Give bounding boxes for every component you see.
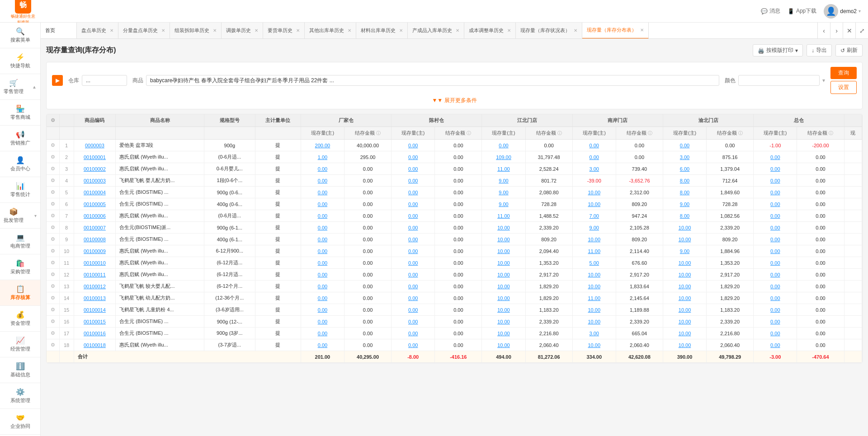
cell-jb-stock[interactable]: 10.00 bbox=[482, 257, 525, 269]
sidebar-item-enterprise-collab[interactable]: 🤝 企业协同 bbox=[0, 409, 40, 435]
cell-na-stock[interactable]: 11.00 bbox=[572, 292, 616, 304]
row-gear-icon[interactable]: ⚙ bbox=[51, 283, 55, 289]
row-gear-icon[interactable]: ⚙ bbox=[51, 319, 55, 324]
cell-f-stock[interactable]: 0.00 bbox=[301, 222, 344, 234]
cell-f-stock[interactable]: 0.00 bbox=[301, 292, 344, 304]
sidebar-item-retail-mgmt[interactable]: 🛒 零售管理 ▲ bbox=[0, 74, 40, 100]
cell-f-stock[interactable]: 0.00 bbox=[301, 304, 344, 316]
cell-na-stock[interactable]: 10.00 bbox=[572, 234, 616, 245]
tab-expand-btn[interactable]: ⤢ bbox=[855, 23, 868, 39]
cell-yb-stock[interactable]: 9.00 bbox=[663, 245, 706, 257]
cell-jb-stock[interactable]: 10.00 bbox=[482, 339, 525, 351]
cell-total-stock[interactable]: 0.00 bbox=[754, 163, 797, 175]
cell-total-stock[interactable]: 0.00 bbox=[754, 281, 797, 292]
cell-code[interactable]: 00100015 bbox=[74, 316, 116, 328]
tab-material-out-history[interactable]: 材料出库单历史 ✕ bbox=[356, 23, 408, 39]
cell-total-stock[interactable]: 0.00 bbox=[754, 187, 797, 198]
cell-c-stock[interactable]: 0.00 bbox=[392, 140, 435, 151]
cell-na-stock[interactable]: 10.00 bbox=[572, 304, 616, 316]
tab-requisition-history[interactable]: 要货单历史 ✕ bbox=[263, 23, 305, 39]
cell-code[interactable]: 00100009 bbox=[74, 245, 116, 257]
cell-total-stock[interactable]: 0.00 bbox=[754, 234, 797, 245]
tab-transfer-history[interactable]: 调拨单历史 ✕ bbox=[222, 23, 263, 39]
cell-yb-stock[interactable]: 8.00 bbox=[663, 210, 706, 222]
cell-yb-stock[interactable]: 10.00 bbox=[663, 269, 706, 281]
cell-total-stock[interactable]: 0.00 bbox=[754, 175, 797, 187]
cell-code[interactable]: 00100002 bbox=[74, 163, 116, 175]
cell-settings[interactable]: ⚙ bbox=[47, 175, 59, 187]
sidebar-item-marketing[interactable]: 📢 营销推广 bbox=[0, 126, 40, 151]
cell-total-stock[interactable]: 0.00 bbox=[754, 304, 797, 316]
sidebar-item-retail-stat[interactable]: 📊 零售统计 bbox=[0, 177, 40, 203]
product-input[interactable] bbox=[146, 75, 719, 86]
cell-f-stock[interactable]: 0.00 bbox=[301, 257, 344, 269]
tab-close-other-out[interactable]: ✕ bbox=[348, 28, 351, 33]
tab-stock-distribution[interactable]: 现存量（库存分布表） ✕ bbox=[582, 23, 649, 39]
cell-code[interactable]: 00100007 bbox=[74, 222, 116, 234]
cell-c-stock[interactable]: 0.00 bbox=[392, 151, 435, 163]
message-btn[interactable]: 💬 消息 bbox=[761, 7, 780, 15]
cell-total-stock[interactable]: 0.00 bbox=[754, 269, 797, 281]
cell-na-stock[interactable]: 7.00 bbox=[572, 210, 616, 222]
cell-settings[interactable]: ⚙ bbox=[47, 269, 59, 281]
cell-jb-stock[interactable]: 11.00 bbox=[482, 210, 525, 222]
tab-close-split-count[interactable]: ✕ bbox=[161, 28, 165, 33]
cell-settings[interactable]: ⚙ bbox=[47, 281, 59, 292]
row-gear-icon[interactable]: ⚙ bbox=[51, 142, 55, 148]
tab-close-stock-status[interactable]: ✕ bbox=[574, 28, 577, 33]
tab-close-material-out[interactable]: ✕ bbox=[399, 28, 403, 33]
cell-jb-stock[interactable]: 10.00 bbox=[482, 304, 525, 316]
cell-settings[interactable]: ⚙ bbox=[47, 292, 59, 304]
cell-yb-stock[interactable]: 8.00 bbox=[663, 187, 706, 198]
cell-na-stock[interactable]: 10.00 bbox=[572, 316, 616, 328]
row-gear-icon[interactable]: ⚙ bbox=[51, 154, 55, 159]
sidebar-item-member[interactable]: 👤 会员中心 bbox=[0, 151, 40, 177]
cell-f-stock[interactable]: 0.00 bbox=[301, 245, 344, 257]
gear-icon[interactable]: ⚙ bbox=[51, 117, 55, 123]
sidebar-item-search[interactable]: 🔍 搜索英单 bbox=[0, 23, 40, 48]
sidebar-item-inventory[interactable]: 📋 库存核算 bbox=[0, 280, 40, 306]
cell-code[interactable]: 0000003 bbox=[74, 140, 116, 151]
cell-f-stock[interactable]: 200.00 bbox=[301, 140, 344, 151]
cell-f-stock[interactable]: 0.00 bbox=[301, 234, 344, 245]
tab-prev-btn[interactable]: ‹ bbox=[817, 23, 830, 39]
tab-stock-status[interactable]: 现存量（库存状况表） ✕ bbox=[516, 23, 582, 39]
row-gear-icon[interactable]: ⚙ bbox=[51, 295, 55, 300]
tab-close-cost-adjust[interactable]: ✕ bbox=[507, 28, 511, 33]
row-gear-icon[interactable]: ⚙ bbox=[51, 330, 55, 336]
cell-settings[interactable]: ⚙ bbox=[47, 257, 59, 269]
cell-total-stock[interactable]: 0.00 bbox=[754, 210, 797, 222]
cell-c-stock[interactable]: 0.00 bbox=[392, 222, 435, 234]
cell-na-stock[interactable]: 11.00 bbox=[572, 245, 616, 257]
app-download-btn[interactable]: 📱 App下载 bbox=[788, 7, 816, 15]
expand-conditions-btn[interactable]: ▼▼ 展开更多条件 bbox=[52, 97, 857, 104]
cell-jb-stock[interactable]: 10.00 bbox=[482, 281, 525, 292]
cell-code[interactable]: 00100018 bbox=[74, 339, 116, 351]
cell-jb-stock[interactable]: 9.00 bbox=[482, 175, 525, 187]
cell-f-stock[interactable]: 0.00 bbox=[301, 175, 344, 187]
tab-assembly-history[interactable]: 组装拆卸单历史 ✕ bbox=[170, 23, 222, 39]
cell-total-stock[interactable]: 0.00 bbox=[754, 222, 797, 234]
row-gear-icon[interactable]: ⚙ bbox=[51, 178, 55, 183]
cell-f-stock[interactable]: 0.00 bbox=[301, 281, 344, 292]
cell-total-stock[interactable]: 0.00 bbox=[754, 328, 797, 339]
color-input[interactable] bbox=[738, 75, 820, 86]
cell-f-stock[interactable]: 0.00 bbox=[301, 328, 344, 339]
cell-f-stock[interactable]: 0.00 bbox=[301, 198, 344, 210]
cell-total-stock[interactable]: 0.00 bbox=[754, 245, 797, 257]
tab-close-inventory-count[interactable]: ✕ bbox=[110, 28, 113, 33]
cell-f-stock[interactable]: 0.00 bbox=[301, 187, 344, 198]
cell-na-stock[interactable]: 0.00 bbox=[572, 151, 616, 163]
setting-button[interactable]: 设置 bbox=[830, 81, 857, 94]
cell-jb-stock[interactable]: 109.00 bbox=[482, 151, 525, 163]
tab-home[interactable]: 首页 bbox=[41, 23, 77, 39]
cell-code[interactable]: 00100006 bbox=[74, 210, 116, 222]
row-gear-icon[interactable]: ⚙ bbox=[51, 189, 55, 195]
tab-close-all-btn[interactable]: ✕ bbox=[843, 23, 855, 39]
cell-na-stock[interactable]: 10.00 bbox=[572, 198, 616, 210]
cell-yb-stock[interactable]: 10.00 bbox=[663, 328, 706, 339]
cell-jb-stock[interactable]: 0.00 bbox=[482, 140, 525, 151]
cell-na-stock[interactable]: 10.00 bbox=[572, 269, 616, 281]
refresh-btn[interactable]: ↺ 刷新 bbox=[835, 44, 863, 56]
sidebar-item-basic[interactable]: ℹ️ 基础信息 bbox=[0, 357, 40, 383]
